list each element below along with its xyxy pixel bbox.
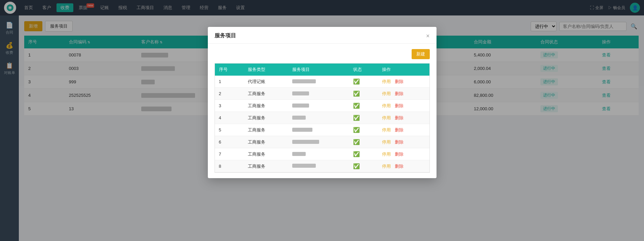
modal-cell-status: ✅	[349, 100, 378, 112]
delete-button[interactable]: 删除	[395, 91, 404, 96]
modal-cell-status: ✅	[349, 112, 378, 124]
modal-cell-type: 工商服务	[244, 112, 288, 124]
modal-cell-no: 6	[215, 136, 244, 148]
modal-cell-item: ████	[288, 124, 349, 136]
modal-table-row: 6 工商服务 ██████ ✅ 停用 删除	[215, 136, 429, 148]
modal-new-button[interactable]: 新建	[412, 49, 430, 59]
modal-cell-type: 工商服务	[244, 100, 288, 112]
modal-overlay[interactable]: 服务项目 × 新建 序号 服务类型 服务项目 状态 操作	[0, 0, 644, 241]
modal-body: 新建 序号 服务类型 服务项目 状态 操作 1 代理记账	[208, 44, 437, 178]
service-modal: 服务项目 × 新建 序号 服务类型 服务项目 状态 操作	[208, 27, 437, 178]
stop-button[interactable]: 停用	[382, 152, 391, 157]
modal-close-button[interactable]: ×	[426, 33, 430, 39]
modal-table-row: 3 工商服务 ████ ✅ 停用 删除	[215, 100, 429, 112]
modal-title: 服务项目	[215, 32, 236, 39]
modal-cell-status: ✅	[349, 88, 378, 100]
modal-cell-item: ██注册	[288, 160, 349, 172]
delete-button[interactable]: 删除	[395, 164, 404, 169]
stop-button[interactable]: 停用	[382, 139, 391, 145]
modal-cell-no: 3	[215, 100, 244, 112]
modal-cell-action[interactable]: 停用 删除	[378, 148, 429, 160]
modal-table-row: 5 工商服务 ████ ✅ 停用 删除	[215, 124, 429, 136]
modal-cell-action[interactable]: 停用 删除	[378, 76, 429, 88]
modal-table-wrap[interactable]: 序号 服务类型 服务项目 状态 操作 1 代理记账 ████1 ✅ 停用 删除 …	[215, 63, 430, 173]
modal-cell-item: ████	[288, 88, 349, 100]
status-check-icon: ✅	[353, 79, 360, 84]
modal-cell-action[interactable]: 停用 删除	[378, 136, 429, 148]
modal-cell-status: ✅	[349, 160, 378, 172]
modal-table-row: 2 工商服务 ████ ✅ 停用 删除	[215, 88, 429, 100]
modal-cell-type: 工商服务	[244, 148, 288, 160]
modal-cell-no: 5	[215, 124, 244, 136]
status-check-icon: ✅	[353, 115, 360, 121]
modal-toolbar: 新建	[215, 49, 430, 59]
modal-col-action: 操作	[378, 64, 429, 76]
delete-button[interactable]: 删除	[395, 79, 404, 84]
modal-table-row: 8 工商服务 ██注册 ✅ 停用 删除	[215, 160, 429, 172]
modal-cell-action[interactable]: 停用 删除	[378, 160, 429, 172]
modal-cell-status: ✅	[349, 136, 378, 148]
modal-service-table: 序号 服务类型 服务项目 状态 操作 1 代理记账 ████1 ✅ 停用 删除 …	[215, 64, 429, 172]
modal-cell-type: 工商服务	[244, 88, 288, 100]
stop-button[interactable]: 停用	[382, 91, 391, 96]
modal-col-item: 服务项目	[288, 64, 349, 76]
modal-table-row: 4 工商服务 ███ ✅ 停用 删除	[215, 112, 429, 124]
status-check-icon: ✅	[353, 127, 360, 133]
stop-button[interactable]: 停用	[382, 164, 391, 169]
modal-cell-no: 7	[215, 148, 244, 160]
delete-button[interactable]: 删除	[395, 115, 404, 120]
modal-cell-action[interactable]: 停用 删除	[378, 124, 429, 136]
modal-cell-item: ████1	[288, 76, 349, 88]
modal-cell-item: ███	[288, 112, 349, 124]
modal-cell-status: ✅	[349, 124, 378, 136]
modal-cell-no: 4	[215, 112, 244, 124]
delete-button[interactable]: 删除	[395, 103, 404, 108]
status-check-icon: ✅	[353, 139, 360, 145]
modal-cell-status: ✅	[349, 76, 378, 88]
modal-table-row: 1 代理记账 ████1 ✅ 停用 删除	[215, 76, 429, 88]
stop-button[interactable]: 停用	[382, 79, 391, 84]
modal-cell-no: 2	[215, 88, 244, 100]
modal-cell-no: 8	[215, 160, 244, 172]
modal-cell-status: ✅	[349, 148, 378, 160]
modal-table-header: 序号 服务类型 服务项目 状态 操作	[215, 64, 429, 76]
stop-button[interactable]: 停用	[382, 103, 391, 108]
delete-button[interactable]: 删除	[395, 139, 404, 145]
status-check-icon: ✅	[353, 151, 360, 157]
modal-cell-type: 工商服务	[244, 124, 288, 136]
modal-cell-action[interactable]: 停用 删除	[378, 112, 429, 124]
stop-button[interactable]: 停用	[382, 115, 391, 120]
modal-cell-no: 1	[215, 76, 244, 88]
modal-cell-action[interactable]: 停用 删除	[378, 88, 429, 100]
modal-cell-type: 代理记账	[244, 76, 288, 88]
modal-cell-action[interactable]: 停用 删除	[378, 100, 429, 112]
status-check-icon: ✅	[353, 91, 360, 96]
modal-cell-type: 工商服务	[244, 160, 288, 172]
status-check-icon: ✅	[353, 163, 360, 169]
delete-button[interactable]: 删除	[395, 127, 404, 132]
modal-col-type: 服务类型	[244, 64, 288, 76]
stop-button[interactable]: 停用	[382, 127, 391, 132]
modal-col-no: 序号	[215, 64, 244, 76]
modal-table-row: 7 工商服务 ███ ✅ 停用 删除	[215, 148, 429, 160]
modal-cell-item: ████	[288, 100, 349, 112]
modal-cell-item: ███	[288, 148, 349, 160]
delete-button[interactable]: 删除	[395, 152, 404, 157]
modal-cell-item: ██████	[288, 136, 349, 148]
modal-header: 服务项目 ×	[208, 27, 437, 44]
status-check-icon: ✅	[353, 103, 360, 109]
modal-col-status: 状态	[349, 64, 378, 76]
modal-cell-type: 工商服务	[244, 136, 288, 148]
